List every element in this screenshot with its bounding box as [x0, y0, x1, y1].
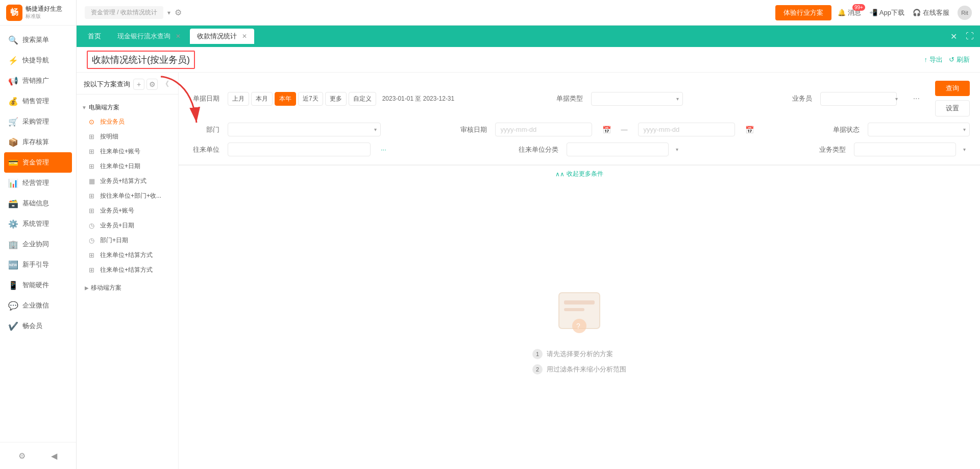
sidebar-item-enterprise[interactable]: 🏢 企业协同 [0, 234, 76, 254]
sidebar-item-quick-nav[interactable]: ⚡ 快捷导航 [0, 50, 76, 71]
export-btn[interactable]: ↑ 导出 [924, 55, 943, 64]
page-title: 收款情况统计(按业务员) [87, 51, 195, 69]
mobile-group-header[interactable]: ▶ 移动端方案 [77, 282, 178, 294]
tab-bank-flow[interactable]: 现金银行流水查询 ✕ [110, 29, 188, 44]
date-field-label: 单据日期 [189, 94, 219, 103]
sidebar-item-guide[interactable]: 🆕 新手引导 [0, 254, 76, 275]
tree-item-salesperson-settlement[interactable]: ▦ 业务员+结算方式 [77, 174, 178, 189]
step-1-num: 1 [532, 349, 543, 359]
audit-date-cal-icon[interactable]: 📅 [602, 126, 611, 134]
tree-item-label: 按业务员 [100, 118, 125, 126]
collapse-bar[interactable]: ∧∧ 收起更多条件 [179, 165, 980, 182]
sidebar-item-system[interactable]: ⚙️ 系统管理 [0, 214, 76, 234]
sidebar-nav: 🔍 搜索菜单 ⚡ 快捷导航 📢 营销推广 💰 销售管理 🛒 采购管理 📦 库存核… [0, 26, 76, 442]
sidebar-label: 库存核算 [22, 137, 49, 147]
desktop-group-header[interactable]: ▼ 电脑端方案 [77, 101, 178, 114]
panel-add-btn[interactable]: + [133, 79, 144, 90]
filter-area: 单据日期 上月 本月 本年 近7天 更多 自定义 2023-01-01 至 [179, 73, 980, 165]
dept-select[interactable] [228, 123, 381, 136]
this-year-btn[interactable]: 本年 [275, 92, 296, 106]
wechat-icon: 💬 [8, 300, 18, 311]
tree-item-supplier-dept[interactable]: ⊞ 按往来单位+部门+收... [77, 189, 178, 203]
sidebar-item-inventory[interactable]: 📦 库存核算 [0, 132, 76, 152]
sales-icon: 💰 [8, 96, 18, 106]
date-start: 2023-01-01 [382, 95, 413, 102]
maximize-btn[interactable]: ⛶ [964, 30, 976, 42]
sidebar-label: 搜索菜单 [22, 35, 49, 44]
finance-icon: 💳 [8, 157, 18, 168]
custom-btn[interactable]: 自定义 [349, 92, 376, 106]
user-avatar[interactable]: Rit [958, 6, 972, 20]
prev-month-btn[interactable]: 上月 [228, 92, 249, 106]
tree-item-by-salesperson[interactable]: ⊙ 按业务员 [77, 114, 178, 129]
panel-settings-btn[interactable]: ⚙ [146, 79, 158, 90]
last7-btn[interactable]: 近7天 [298, 92, 323, 106]
tab-home[interactable]: 首页 [81, 29, 108, 44]
sidebar-item-sales[interactable]: 💰 销售管理 [0, 91, 76, 111]
business-type-select[interactable] [854, 143, 956, 156]
counterpart-more-btn[interactable]: ··· [381, 146, 386, 153]
close-all-btn[interactable]: ✕ [947, 30, 960, 42]
sidebar-item-member[interactable]: ✔️ 畅会员 [0, 316, 76, 336]
query-btn[interactable]: 查询 [935, 81, 970, 96]
tree-item-label: 业务员+结算方式 [100, 177, 146, 185]
sidebar-collapse-btn[interactable]: ◀ [47, 449, 61, 463]
bill-type-chevron-icon: ▾ [676, 96, 679, 102]
tree-item-supplier-account[interactable]: ⊞ 往来单位+账号 [77, 144, 178, 159]
sidebar-item-wechat[interactable]: 💬 企业微信 [0, 295, 76, 316]
tree-item-dept-date[interactable]: ◷ 部门+日期 [77, 233, 178, 248]
tab-collection-stats[interactable]: 收款情况统计 ✕ [190, 29, 254, 44]
sidebar-item-search-menu[interactable]: 🔍 搜索菜单 [0, 30, 76, 50]
breadcrumb: 资金管理 / 收款情况统计 [85, 6, 163, 19]
counterpart-label: 往来单位 [189, 145, 219, 154]
trial-button[interactable]: 体验行业方案 [775, 5, 831, 20]
refresh-btn[interactable]: ↺ 刷新 [949, 55, 970, 64]
header-settings-icon[interactable]: ⚙ [175, 8, 182, 17]
sidebar-settings-btn[interactable]: ⚙ [15, 449, 29, 463]
counterpart-select[interactable] [228, 143, 371, 156]
sidebar-item-hardware[interactable]: 📱 智能硬件 [0, 275, 76, 295]
sidebar-label: 资金管理 [22, 158, 49, 167]
more-btn[interactable]: 更多 [325, 92, 347, 106]
sidebar-item-finance[interactable]: 💳 资金管理 [4, 152, 72, 173]
panel-collapse-btn[interactable]: 《 [160, 79, 171, 90]
audit-date-end-input[interactable] [638, 123, 735, 136]
salesperson-more-icon[interactable]: ··· [913, 94, 920, 103]
desktop-group: ▼ 电脑端方案 ⊙ 按业务员 ⊞ 按明细 ⊞ 往 [77, 99, 178, 279]
bill-type-select[interactable] [591, 92, 683, 106]
counterpart-category-select[interactable] [567, 143, 669, 156]
settings-btn[interactable]: 设置 [935, 100, 970, 116]
tree-item-supplier-settlement3[interactable]: ⊞ 往来单位+结算方式 [77, 263, 178, 277]
online-support-btn[interactable]: 🎧 在线客服 [913, 8, 949, 17]
filter-row-2: 部门 ▾ 审核日期 📅 — [189, 123, 970, 136]
tab-collection-stats-close[interactable]: ✕ [242, 33, 247, 40]
bill-status-select[interactable] [868, 123, 970, 136]
dept-label: 部门 [189, 125, 219, 134]
notifications-btn[interactable]: 🔔 消息 99+ [838, 8, 861, 17]
panel-header-actions: + ⚙ 《 [133, 79, 171, 90]
audit-date-end-field [638, 123, 735, 136]
sidebar-item-purchase[interactable]: 🛒 采购管理 [0, 111, 76, 132]
empty-step-2: 2 用过滤条件来缩小分析范围 [532, 364, 626, 374]
page-title-bar: 收款情况统计(按业务员) ↑ 导出 ↺ 刷新 [77, 47, 980, 73]
tree-item-salesperson-account[interactable]: ⊞ 业务员+账号 [77, 203, 178, 218]
tree-item-supplier-date[interactable]: ⊞ 往来单位+日期 [77, 159, 178, 174]
bill-type-field: ▾ [591, 92, 683, 106]
audit-date-label: 审核日期 [456, 125, 487, 134]
supplier-settlement2-icon: ⊞ [89, 251, 97, 259]
tab-bank-flow-close[interactable]: ✕ [176, 33, 181, 40]
app-download-btn[interactable]: 📲 App下载 [869, 8, 904, 17]
sidebar-item-basic-info[interactable]: 🗃️ 基础信息 [0, 193, 76, 214]
tree-item-label: 往来单位+结算方式 [100, 266, 153, 274]
tree-item-salesperson-date[interactable]: ◷ 业务员+日期 [77, 218, 178, 233]
audit-date-end-cal-icon[interactable]: 📅 [745, 126, 754, 134]
tree-item-by-detail[interactable]: ⊞ 按明细 [77, 129, 178, 144]
audit-date-dash: — [621, 126, 628, 133]
salesperson-select[interactable] [820, 92, 897, 106]
breadcrumb-dropdown[interactable]: ▾ [167, 9, 170, 16]
sidebar-item-operations[interactable]: 📊 经营管理 [0, 173, 76, 193]
sidebar-item-marketing[interactable]: 📢 营销推广 [0, 71, 76, 91]
this-month-btn[interactable]: 本月 [251, 92, 273, 106]
tree-item-supplier-settlement2[interactable]: ⊞ 往来单位+结算方式 [77, 248, 178, 263]
audit-date-start-input[interactable] [495, 123, 592, 136]
